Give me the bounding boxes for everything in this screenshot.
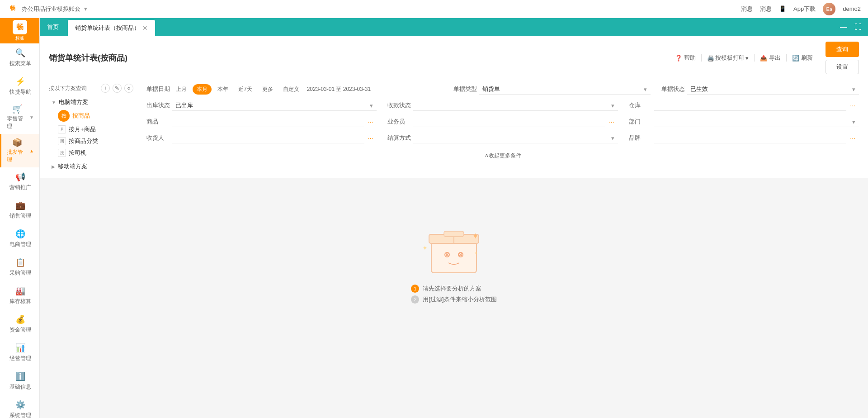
refresh-icon: 🔄: [792, 55, 799, 62]
date-custom-btn[interactable]: 自定义: [279, 84, 303, 95]
settlement-label: 结算方式: [387, 134, 413, 142]
query-btn[interactable]: 查询: [826, 42, 859, 57]
tab-active-label: 销货单统计表（按商品）: [75, 24, 140, 32]
doc-type-select[interactable]: 销货单: [479, 84, 651, 95]
consignee-input[interactable]: [172, 133, 364, 143]
scheme-month-icon: 月: [58, 125, 66, 133]
filter-date-field: 单据日期 上月 本月 本年 近7天 更多 自定义: [146, 84, 443, 95]
help-btn[interactable]: ❓ 帮助: [675, 54, 696, 62]
scheme-panel: 按以下方案查询 + ✎ «: [49, 84, 139, 172]
main-layout: 畅 标账 🔍 搜索菜单 ⚡ 快捷导航 🛒 零售管理 ▼ 📦 批发管理 ▲: [0, 18, 868, 418]
date-this-month-btn[interactable]: 本月: [193, 84, 212, 95]
sidebar-item-operations[interactable]: 📊 经营管理: [0, 338, 39, 367]
app-download-btn[interactable]: App下载: [793, 5, 816, 13]
department-label: 部门: [629, 118, 654, 126]
tab-home[interactable]: 首页: [40, 18, 66, 36]
sidebar-item-marketing[interactable]: 📢 营销推广: [0, 167, 39, 196]
payment-status-select[interactable]: [413, 100, 618, 111]
scheme-by-cashier[interactable]: 按 按司机: [49, 147, 133, 159]
warehouse-dots[interactable]: ···: [846, 102, 859, 109]
date-this-year-btn[interactable]: 本年: [213, 84, 232, 95]
scheme-add-btn[interactable]: +: [101, 84, 110, 93]
scheme-by-category[interactable]: 回 按商品分类: [49, 135, 133, 147]
date-7days-btn[interactable]: 近7天: [234, 84, 256, 95]
date-last-month-btn[interactable]: 上月: [172, 84, 191, 95]
filter-collapse-btn[interactable]: ∧ 收起更多条件: [146, 149, 859, 162]
date-more-btn[interactable]: 更多: [258, 84, 277, 95]
tab-maximize-btn[interactable]: ⛶: [852, 21, 864, 33]
sidebar-item-ecommerce[interactable]: 🌐 电商管理: [0, 224, 39, 253]
empty-state: ✦ ✦ ✦ 1 请先选择要分析的方案 2 用[过滤]条件来缩小分析范围: [40, 178, 868, 340]
consignee-label: 收货人: [146, 134, 172, 142]
sidebar-item-inventory[interactable]: 🏭 库存核算: [0, 281, 39, 310]
salesperson-dots[interactable]: ···: [605, 118, 618, 125]
scheme-desktop-group[interactable]: ▼ 电脑端方案: [49, 96, 133, 108]
finance-icon: 💰: [15, 314, 25, 324]
print-dropdown-icon: ▾: [745, 55, 749, 62]
user-avatar[interactable]: Ea: [823, 3, 835, 15]
sidebar-item-basic[interactable]: ℹ️ 基础信息: [0, 367, 39, 395]
brand-dots[interactable]: ···: [846, 134, 859, 142]
sidebar-item-label: 基础信息: [9, 383, 31, 391]
salesperson-input[interactable]: [413, 116, 605, 127]
sidebar-item-procurement[interactable]: 📋 采购管理: [0, 253, 39, 281]
sidebar-item-search[interactable]: 🔍 搜索菜单: [0, 43, 39, 72]
sidebar-item-wholesale[interactable]: 📦 批发管理 ▲: [0, 134, 39, 167]
product-dots[interactable]: ···: [364, 118, 377, 125]
sidebar-item-label: 批发管理: [7, 148, 28, 164]
refresh-btn[interactable]: 🔄 刷新: [792, 54, 813, 62]
brand-input[interactable]: [654, 133, 847, 143]
svg-rect-3: [444, 231, 464, 237]
sidebar: 畅 标账 🔍 搜索菜单 ⚡ 快捷导航 🛒 零售管理 ▼ 📦 批发管理 ▲: [0, 18, 40, 418]
sidebar-item-label: 经营管理: [9, 355, 31, 362]
sidebar-item-sales[interactable]: 💼 销售管理: [0, 196, 39, 224]
doc-status-label: 单据状态: [661, 85, 687, 93]
sidebar-item-retail[interactable]: 🛒 零售管理 ▼: [0, 100, 39, 134]
scheme-by-product[interactable]: 按 按商品: [49, 108, 133, 124]
search-icon: 🔍: [15, 48, 25, 58]
scheme-collapse-btn[interactable]: «: [124, 84, 133, 93]
export-label: 导出: [769, 54, 781, 62]
scheme-label: 按司机: [69, 149, 86, 157]
product-label: 商品: [146, 118, 172, 126]
ecommerce-icon: 🌐: [15, 229, 25, 239]
doc-status-select[interactable]: 已生效: [687, 84, 859, 95]
help-icon: ❓: [675, 55, 682, 62]
stock-status-select[interactable]: 已出库: [172, 100, 377, 111]
scheme-label: 按商品分类: [69, 137, 98, 145]
export-btn[interactable]: 📤 导出: [760, 54, 781, 62]
divider-1: [701, 54, 702, 62]
tab-close-btn[interactable]: ✕: [142, 24, 148, 32]
messages-btn[interactable]: 消息: [741, 5, 753, 13]
scheme-mobile-group[interactable]: ▶ 移动端方案: [49, 161, 133, 172]
settlement-select[interactable]: [413, 133, 618, 143]
tab-bar-actions: — ⛶: [837, 21, 868, 33]
payment-status-label: 收款状态: [387, 101, 413, 109]
retail-icon: 🛒: [12, 104, 22, 114]
sidebar-item-label: 电商管理: [9, 241, 31, 248]
stock-status-label: 出库状态: [146, 101, 172, 109]
sidebar-item-finance[interactable]: 💰 资金管理: [0, 310, 39, 338]
scheme-edit-btn[interactable]: ✎: [113, 84, 122, 93]
scheme-by-month-product[interactable]: 月 按月+商品: [49, 124, 133, 135]
sales-icon: 💼: [15, 200, 25, 210]
warehouse-input[interactable]: [654, 100, 847, 111]
sidebar-item-system[interactable]: ⚙️ 系统管理: [0, 395, 39, 418]
logo-icon: 畅: [13, 20, 27, 34]
consignee-dots[interactable]: ···: [364, 134, 377, 142]
date-range: 2023-03-01 至 2023-03-31: [307, 86, 371, 93]
top-header: 畅 办公用品行业模拟账套 ▾ 消息 消息 📱 App下载 Ea demo2: [0, 0, 868, 18]
department-select[interactable]: [654, 116, 859, 127]
industry-dropdown-icon[interactable]: ▾: [84, 5, 87, 12]
app-logo-icon: 畅: [7, 3, 18, 14]
scheme-panel-header: 按以下方案查询 + ✎ «: [49, 84, 133, 93]
tab-active[interactable]: 销货单统计表（按商品） ✕: [68, 20, 155, 36]
product-input[interactable]: [172, 116, 364, 127]
wholesale-expand-icon: ▲: [29, 148, 34, 153]
scheme-category-icon: 回: [58, 137, 66, 145]
print-btn[interactable]: 🖨️ 按模板打印 ▾: [707, 54, 749, 62]
settings-btn[interactable]: 设置: [826, 60, 859, 74]
sidebar-item-quick-nav[interactable]: ⚡ 快捷导航: [0, 72, 39, 100]
messages-label-text[interactable]: 消息: [760, 5, 772, 13]
tab-minimize-btn[interactable]: —: [837, 21, 850, 33]
